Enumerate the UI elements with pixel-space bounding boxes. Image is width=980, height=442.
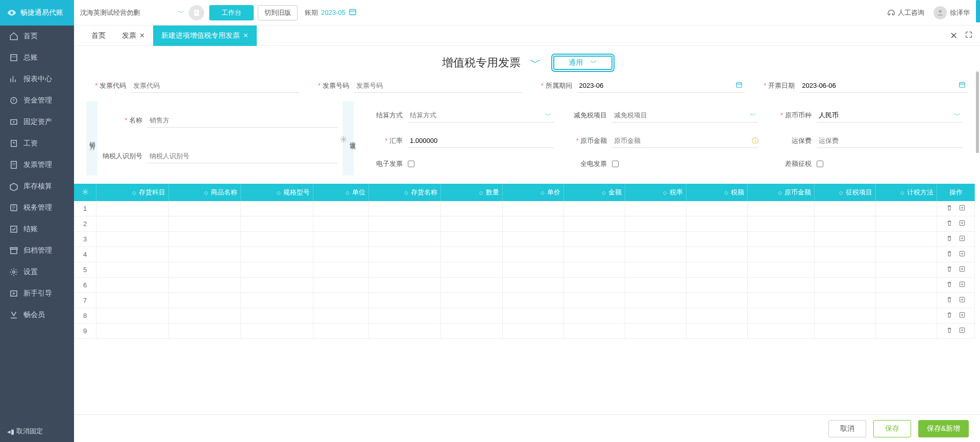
grid-cell[interactable]	[625, 247, 687, 262]
delete-icon[interactable]	[944, 311, 954, 320]
period-input[interactable]	[577, 79, 734, 92]
sidebar-unpin[interactable]: ◂▮ 取消固定	[0, 421, 74, 442]
sidebar-item-guide[interactable]: 新手引导	[0, 283, 74, 304]
delete-icon[interactable]	[944, 204, 954, 213]
grid-cell[interactable]	[748, 278, 815, 292]
grid-cell-input[interactable]	[567, 247, 622, 262]
grid-cell-input[interactable]	[244, 201, 310, 216]
grid-cell-input[interactable]	[316, 216, 365, 231]
grid-cell-input[interactable]	[628, 232, 683, 247]
settle-input[interactable]	[408, 108, 543, 122]
grid-cell[interactable]	[169, 201, 241, 216]
grid-cell-input[interactable]	[506, 201, 560, 216]
warning-icon[interactable]: ⓘ	[752, 136, 758, 145]
grid-cell[interactable]	[748, 247, 815, 262]
grid-cell[interactable]	[815, 293, 876, 308]
grid-cell-input[interactable]	[316, 278, 365, 292]
sidebar-item-invoice[interactable]: 发票管理	[0, 154, 74, 176]
grid-cell[interactable]	[564, 308, 625, 323]
grid-cell[interactable]	[369, 324, 442, 338]
grid-cell-input[interactable]	[244, 247, 310, 262]
grid-cell-input[interactable]	[506, 232, 560, 247]
workspace-button[interactable]: 工作台	[209, 5, 254, 20]
grid-cell[interactable]	[313, 201, 369, 216]
grid-cell-input[interactable]	[444, 278, 499, 292]
grid-cell[interactable]	[241, 216, 313, 231]
delete-icon[interactable]	[944, 296, 954, 305]
grid-cell[interactable]	[687, 308, 748, 323]
grid-cell-input[interactable]	[690, 324, 744, 338]
grid-cell-input[interactable]	[628, 262, 683, 277]
grid-cell[interactable]	[748, 232, 815, 247]
grid-cell-input[interactable]	[244, 216, 310, 231]
save-button[interactable]: 保存	[873, 420, 911, 437]
fullscreen-icon[interactable]	[965, 31, 973, 40]
grid-cell[interactable]	[625, 293, 687, 308]
grid-col-1[interactable]: ◇商品名称	[169, 184, 241, 201]
grid-cell[interactable]	[503, 262, 564, 277]
grid-cell[interactable]	[313, 216, 369, 231]
calendar-icon[interactable]	[957, 81, 968, 90]
grid-cell-input[interactable]	[444, 262, 499, 277]
add-row-icon[interactable]	[957, 250, 967, 259]
grid-cell-input[interactable]	[690, 216, 744, 231]
grid-cell[interactable]	[169, 232, 241, 247]
grid-cell[interactable]	[169, 247, 241, 262]
grid-cell-input[interactable]	[244, 324, 310, 338]
grid-cell-input[interactable]	[172, 201, 238, 216]
grid-cell[interactable]	[687, 232, 748, 247]
period-value[interactable]: 2023-05	[321, 9, 346, 16]
grid-cell[interactable]	[241, 232, 313, 247]
grid-cell[interactable]	[441, 232, 502, 247]
grid-col-0[interactable]: ◇存货科目	[96, 184, 169, 201]
grid-cell-input[interactable]	[628, 201, 683, 216]
add-row-icon[interactable]	[957, 296, 967, 305]
grid-cell-input[interactable]	[172, 247, 238, 262]
grid-cell[interactable]	[876, 247, 937, 262]
add-row-icon[interactable]	[957, 219, 967, 228]
grid-cell-input[interactable]	[818, 308, 872, 323]
grid-cell[interactable]	[96, 201, 169, 216]
grid-cell-input[interactable]	[628, 247, 683, 262]
grid-cell[interactable]	[96, 278, 169, 292]
grid-cell-input[interactable]	[100, 308, 165, 323]
calendar-icon[interactable]	[349, 8, 357, 17]
grid-cell[interactable]	[503, 293, 564, 308]
grid-cell[interactable]	[815, 216, 876, 231]
currency-input[interactable]	[817, 108, 952, 122]
grid-cell[interactable]	[564, 232, 625, 247]
grid-cell[interactable]	[241, 308, 313, 323]
grid-cell-input[interactable]	[751, 278, 811, 292]
grid-cell-input[interactable]	[628, 293, 683, 308]
grid-cell[interactable]	[369, 278, 442, 292]
grid-cell[interactable]	[564, 201, 625, 216]
grid-cell[interactable]	[369, 216, 442, 231]
rate-input[interactable]	[408, 134, 554, 148]
grid-cell[interactable]	[313, 324, 369, 338]
edge-handle[interactable]	[976, 0, 980, 22]
grid-col-5[interactable]: ◇数量	[441, 184, 502, 201]
invoice-no-input[interactable]	[354, 79, 522, 93]
grid-cell[interactable]	[625, 278, 687, 292]
sidebar-item-fund[interactable]: 资金管理	[0, 90, 74, 111]
grid-cell[interactable]	[96, 247, 169, 262]
grid-cell[interactable]	[96, 308, 169, 323]
grid-cell[interactable]	[169, 308, 241, 323]
grid-col-12[interactable]: ◇计税方法	[876, 184, 937, 201]
grid-cell-input[interactable]	[818, 232, 872, 247]
grid-cell-input[interactable]	[444, 247, 499, 262]
sidebar-item-vip[interactable]: 畅会员	[0, 304, 74, 326]
chevron-down-icon[interactable]: ﹀	[543, 111, 554, 120]
grid-cell-input[interactable]	[172, 278, 238, 292]
grid-cell[interactable]	[815, 247, 876, 262]
grid-cell[interactable]	[169, 324, 241, 338]
save-and-new-button[interactable]: 保存&新增	[918, 420, 969, 437]
grid-cell[interactable]	[241, 247, 313, 262]
grid-cell-input[interactable]	[751, 232, 811, 247]
grid-cell-input[interactable]	[372, 262, 438, 277]
grid-cell-input[interactable]	[444, 201, 499, 216]
gear-icon[interactable]	[340, 136, 347, 144]
grid-cell-input[interactable]	[444, 293, 499, 308]
close-icon[interactable]: ✕	[139, 32, 145, 39]
seller-taxid-input[interactable]	[148, 149, 337, 163]
